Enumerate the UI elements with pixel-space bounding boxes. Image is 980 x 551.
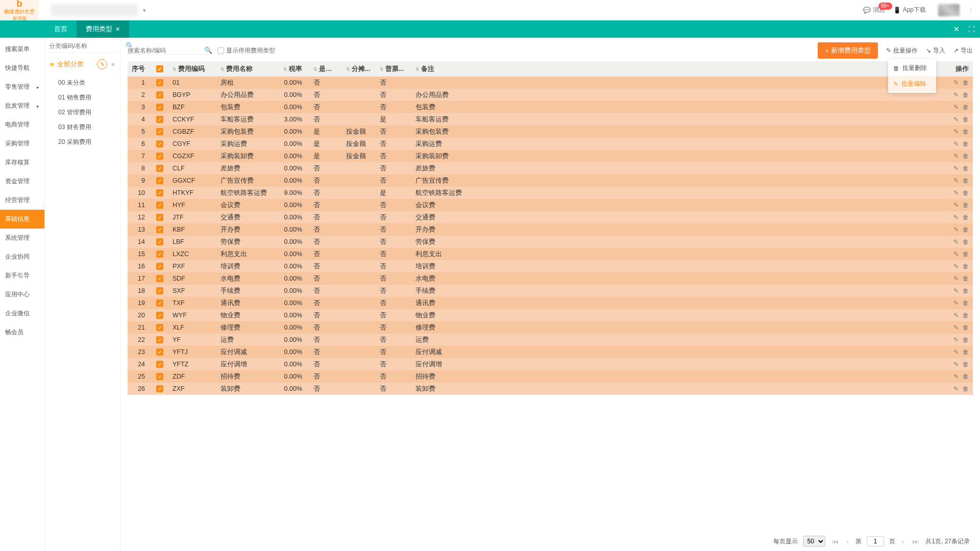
messages-link[interactable]: 💬 消息 99+ (863, 6, 885, 14)
tab-expense-type-label: 费用类型 (86, 24, 112, 34)
chat-icon: 💬 (863, 7, 871, 14)
phone-icon: 📱 (893, 7, 901, 14)
chevron-down-icon[interactable]: ▾ (143, 7, 146, 14)
avatar[interactable] (938, 4, 960, 16)
tab-home-label: 首页 (54, 24, 67, 34)
brand-icon: b (17, 0, 22, 8)
tabs-bar: 首页 费用类型 ✕ ✕ ⛶ (0, 20, 980, 38)
app-download-link[interactable]: 📱 App下载 (893, 6, 926, 14)
company-selector[interactable] (51, 4, 138, 16)
tab-expense-type[interactable]: 费用类型 ✕ (77, 20, 129, 38)
brand-label: 畅捷通好生意 (4, 8, 35, 15)
tab-close-icon[interactable]: ✕ (115, 26, 120, 33)
messages-badge: 99+ (878, 3, 892, 10)
tab-home[interactable]: 首页 (45, 20, 77, 38)
header-actions: 💬 消息 99+ 📱 App下载 ⋮ (863, 4, 974, 16)
app-header: b 畅捷通好生意 标准版 ▾ 💬 消息 99+ 📱 App下载 ⋮ (0, 0, 980, 20)
app-download-label: App下载 (903, 6, 926, 14)
close-all-tabs[interactable]: ✕ (953, 20, 960, 38)
brand-logo: b 畅捷通好生意 标准版 (0, 0, 39, 20)
fullscreen-icon[interactable]: ⛶ (968, 20, 975, 38)
menu-icon[interactable]: ⋮ (968, 7, 974, 14)
